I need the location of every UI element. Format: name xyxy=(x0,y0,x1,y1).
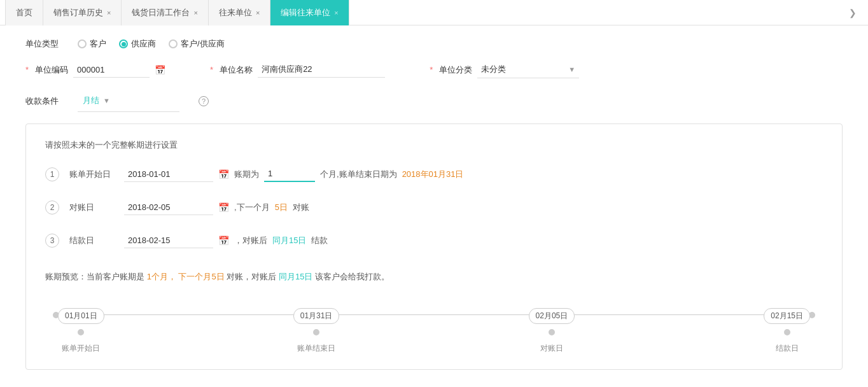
unit-type-row: 单位类型 客户 供应商 客户/供应商 xyxy=(25,38,843,50)
step-2-suffix-text: ,下一个月 xyxy=(234,202,270,213)
unit-category-select[interactable]: 未分类 ▼ xyxy=(477,61,579,78)
required-star-code: * xyxy=(25,65,29,74)
close-cash-work[interactable]: × xyxy=(193,9,197,17)
radio-label-customer: 客户 xyxy=(90,38,106,50)
timeline-sublabel-4: 结款日 xyxy=(776,343,799,354)
timeline-points: 01月01日 账单开始日 01月31日 账单结束日 02月05日 对账日 xyxy=(58,308,810,354)
step-1-input-wrapper: 📅 账期为 个月,账单结束日期为 2018年01月31日 xyxy=(124,166,463,182)
timeline-point-2: 01月31日 账单结束日 xyxy=(293,308,340,354)
radio-supplier[interactable]: 供应商 xyxy=(119,38,156,50)
step-row-1: 1 账单开始日 📅 账期为 个月,账单结束日期为 2018年01月31日 xyxy=(45,166,823,182)
tab-edit-unit[interactable]: 编辑往来单位 × xyxy=(270,0,349,25)
radio-circle-supplier xyxy=(119,39,128,48)
preview-end: 该客户会给我打款。 xyxy=(315,272,389,281)
step-3-input-wrapper: 📅 ，对账后 同月15日 结款 xyxy=(124,233,328,248)
step-1-date-input[interactable] xyxy=(124,167,213,182)
timeline-point-3: 02月05日 对账日 xyxy=(529,308,575,354)
preview-part3: 同月15日 xyxy=(279,272,312,281)
step-row-3: 3 结款日 📅 ，对账后 同月15日 结款 xyxy=(45,233,823,248)
step-1-period-text: 账期为 xyxy=(234,169,259,180)
help-icon[interactable]: ? xyxy=(199,96,209,106)
step-2-date-input[interactable] xyxy=(124,200,213,215)
preview-mid: 对账，对账后 xyxy=(227,272,276,281)
timeline-point-4: 02月15日 结款日 xyxy=(764,308,810,354)
required-star-category: * xyxy=(430,65,433,74)
payment-label: 收款条件 xyxy=(25,95,59,107)
step-2-input-wrapper: 📅 ,下一个月 5日 对账 xyxy=(124,200,309,215)
step-3-suffix-end: 结款 xyxy=(311,235,328,246)
timeline-date-1: 01月01日 xyxy=(58,308,104,324)
step-label-2: 对账日 xyxy=(69,202,114,213)
unit-category-value: 未分类 xyxy=(481,64,563,75)
unit-type-label: 单位类型 xyxy=(25,38,59,50)
radio-label-both: 客户/供应商 xyxy=(181,38,225,50)
timeline-dot-1 xyxy=(78,329,84,335)
unit-code-label: 单位编码 xyxy=(35,64,68,76)
step-1-period-input[interactable] xyxy=(264,166,315,182)
unit-name-label: 单位名称 xyxy=(220,64,253,76)
radio-both[interactable]: 客户/供应商 xyxy=(169,38,225,50)
payment-select[interactable]: 月结 ▼ xyxy=(78,90,179,112)
unit-code-input[interactable] xyxy=(73,62,150,78)
step-3-date-input[interactable] xyxy=(124,233,213,248)
step-row-2: 2 对账日 📅 ,下一个月 5日 对账 xyxy=(45,200,823,215)
timeline-dot-2 xyxy=(313,329,319,335)
unit-info-row: * 单位编码 📅 * 单位名称 * 单位分类 未分类 ▼ xyxy=(25,61,843,78)
close-edit-unit[interactable]: × xyxy=(334,9,338,17)
payment-chevron-icon: ▼ xyxy=(103,97,110,104)
timeline-date-2: 01月31日 xyxy=(293,308,340,324)
timeline-sublabel-1: 账单开始日 xyxy=(62,343,100,354)
tab-expand-icon[interactable]: ❯ xyxy=(843,8,863,18)
radio-customer[interactable]: 客户 xyxy=(78,38,106,50)
payment-row: 收款条件 月结 ▼ ? xyxy=(25,90,843,112)
close-unit-list[interactable]: × xyxy=(256,9,260,17)
close-sales-history[interactable]: × xyxy=(107,9,111,17)
preview-label: 账期预览：当前客户账期是 xyxy=(45,272,144,281)
radio-circle-customer xyxy=(78,39,87,48)
step-2-suffix-highlight: 5日 xyxy=(275,202,288,213)
timeline-date-3: 02月05日 xyxy=(529,308,575,324)
step-label-1: 账单开始日 xyxy=(69,169,114,180)
step-label-3: 结款日 xyxy=(69,235,114,246)
unit-name-field: * 单位名称 xyxy=(210,62,385,78)
step-num-2: 2 xyxy=(45,201,59,215)
step-1-calendar-icon[interactable]: 📅 xyxy=(218,169,229,179)
step-num-3: 3 xyxy=(45,234,59,248)
tab-home[interactable]: 首页 xyxy=(5,0,43,25)
preview-section: 账期预览：当前客户账期是 1个月， 下一个月5日 对账，对账后 同月15日 该客… xyxy=(45,261,823,354)
radio-label-supplier: 供应商 xyxy=(131,38,156,50)
timeline: 01月01日 账单开始日 01月31日 账单结束日 02月05日 对账日 xyxy=(58,302,810,354)
main-content: 单位类型 客户 供应商 客户/供应商 * 单位编码 📅 * 单位名称 xyxy=(0,25,868,387)
payment-value: 月结 xyxy=(81,92,101,109)
step-1-period-unit: 个月,账单结束日期为 xyxy=(320,169,397,180)
step-3-suffix-highlight: 同月15日 xyxy=(272,235,306,246)
preview-part2: 下一个月5日 xyxy=(178,272,224,281)
tab-sales-history[interactable]: 销售订单历史 × xyxy=(43,0,122,25)
timeline-sublabel-3: 对账日 xyxy=(540,343,563,354)
step-2-suffix-end: 对账 xyxy=(293,202,309,213)
unit-code-icon[interactable]: 📅 xyxy=(155,65,165,75)
radio-group: 客户 供应商 客户/供应商 xyxy=(78,38,225,50)
unit-category-label: 单位分类 xyxy=(439,64,472,76)
step-3-suffix-text: ，对账后 xyxy=(234,235,267,246)
timeline-date-4: 02月15日 xyxy=(764,308,810,324)
preview-text: 账期预览：当前客户账期是 1个月， 下一个月5日 对账，对账后 同月15日 该客… xyxy=(45,271,823,283)
timeline-sublabel-2: 账单结束日 xyxy=(297,343,335,354)
step-num-1: 1 xyxy=(45,167,59,181)
card-hint: 请按照未来的一个完整帐期进行设置 xyxy=(45,139,823,151)
timeline-dot-4 xyxy=(784,329,790,335)
unit-code-field: * 单位编码 📅 xyxy=(25,62,165,78)
timeline-dot-3 xyxy=(549,329,555,335)
tab-unit-list[interactable]: 往来单位 × xyxy=(209,0,270,25)
step-1-period-end: 2018年01月31日 xyxy=(402,169,464,180)
required-star-name: * xyxy=(210,65,213,74)
unit-name-input[interactable] xyxy=(258,62,385,78)
step-2-calendar-icon[interactable]: 📅 xyxy=(218,202,229,213)
preview-part1: 1个月， xyxy=(147,272,176,281)
step-3-calendar-icon[interactable]: 📅 xyxy=(218,236,229,246)
tabs-bar: 首页 销售订单历史 × 钱货日清工作台 × 往来单位 × 编辑往来单位 × ❯ xyxy=(0,0,868,25)
card-section: 请按照未来的一个完整帐期进行设置 1 账单开始日 📅 账期为 个月,账单结束日期… xyxy=(25,123,843,370)
chevron-down-icon: ▼ xyxy=(568,66,575,73)
radio-circle-both xyxy=(169,39,178,48)
tab-cash-work[interactable]: 钱货日清工作台 × xyxy=(122,0,208,25)
